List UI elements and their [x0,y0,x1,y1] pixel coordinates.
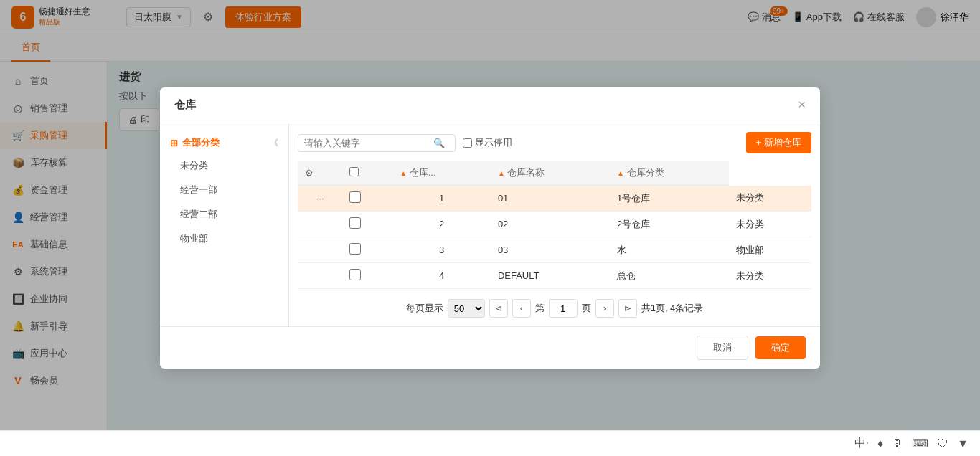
row-code: DEFAULT [491,263,610,289]
th-category[interactable]: ▲ 仓库分类 [610,161,729,186]
last-page-button[interactable]: ⊳ [618,299,637,318]
row-name: 总仓 [610,263,729,289]
table-body: ··· 1 01 1号仓库 未分类 2 02 2号仓库 未分类 [298,186,811,289]
category-panel: ⊞ 全部分类 《 未分类 经营一部 经营二部 物业部 [160,123,289,326]
table-row[interactable]: 4 DEFAULT 总仓 未分类 [298,263,811,289]
confirm-button[interactable]: 确定 [755,336,806,359]
warehouse-table: ⚙ ▲ 仓库... ▲ 仓库名称 [298,161,811,289]
diamond-icon[interactable]: ♦ [877,437,883,450]
category-item-property[interactable]: 物业部 [160,227,288,251]
prev-page-button[interactable]: ‹ [512,299,531,318]
th-checkbox [342,161,392,186]
modal-overlay: 仓库 × ⊞ 全部分类 《 未分类 经营一部 经营二部 物业部 [0,0,980,456]
th-name[interactable]: ▲ 仓库名称 [491,161,610,186]
row-code: 03 [491,237,610,263]
category-all-header[interactable]: ⊞ 全部分类 《 [160,132,288,153]
category-item-ops2[interactable]: 经营二部 [160,202,288,227]
row-code: 02 [491,212,610,237]
row-index: 3 [392,237,491,263]
row-actions[interactable]: ··· [298,186,342,212]
row-name: 1号仓库 [610,186,729,212]
search-box: 🔍 [298,134,456,152]
select-all-checkbox[interactable] [349,167,359,176]
gear-icon[interactable]: ⚙ [305,168,314,179]
row-more-icon[interactable]: ··· [316,193,324,204]
modal-close-button[interactable]: × [798,98,806,113]
table-toolbar: 🔍 显示停用 + 新增仓库 [298,132,811,153]
row-checkbox[interactable] [349,191,361,203]
row-checkbox[interactable] [349,243,361,255]
row-index: 1 [392,186,491,212]
page-label: 第 [535,302,545,315]
row-checkbox-cell [342,186,392,212]
show-disabled-checkbox[interactable] [463,138,472,148]
th-code[interactable]: ▲ 仓库... [392,161,491,186]
row-index: 2 [392,212,491,237]
row-category: 未分类 [729,263,811,289]
table-row[interactable]: 3 03 水 物业部 [298,237,811,263]
grid-icon: ⊞ [170,138,178,148]
sort-icon-code: ▲ [400,169,407,177]
modal-header: 仓库 × [160,87,820,123]
table-row[interactable]: ··· 1 01 1号仓库 未分类 [298,186,811,212]
row-name: 2号仓库 [610,212,729,237]
row-code: 01 [491,186,610,212]
row-actions[interactable] [298,263,342,289]
category-all-label: ⊞ 全部分类 [170,136,220,149]
sort-icon-category: ▲ [617,169,624,177]
category-item-ops1[interactable]: 经营一部 [160,178,288,202]
search-input[interactable] [304,138,433,148]
shield-icon[interactable]: 🛡 [937,437,948,450]
microphone-icon[interactable]: 🎙 [892,437,903,450]
chinese-input-icon[interactable]: 中· [854,436,869,451]
page-size-select[interactable]: 50 20 100 [448,299,485,318]
sort-icon-name: ▲ [498,169,505,177]
row-index: 4 [392,263,491,289]
first-page-button[interactable]: ⊲ [489,299,508,318]
warehouse-modal: 仓库 × ⊞ 全部分类 《 未分类 经营一部 经营二部 物业部 [160,87,820,369]
modal-body: ⊞ 全部分类 《 未分类 经营一部 经营二部 物业部 🔍 [160,123,820,326]
cancel-button[interactable]: 取消 [697,336,748,360]
add-warehouse-button[interactable]: + 新增仓库 [746,132,811,153]
keyboard-icon[interactable]: ⌨ [912,437,928,450]
table-panel: 🔍 显示停用 + 新增仓库 ⚙ [289,123,820,326]
row-actions[interactable] [298,237,342,263]
next-page-button[interactable]: › [595,299,614,318]
show-disabled-toggle[interactable]: 显示停用 [463,136,512,149]
page-number-input[interactable] [549,299,578,318]
modal-title: 仓库 [174,98,196,112]
row-checkbox-cell [342,263,392,289]
row-category: 未分类 [729,186,811,212]
th-gear: ⚙ [298,161,342,186]
row-actions[interactable] [298,212,342,237]
search-icon[interactable]: 🔍 [433,138,445,148]
row-category: 物业部 [729,237,811,263]
row-category: 未分类 [729,212,811,237]
row-checkbox[interactable] [349,269,361,280]
row-checkbox-cell [342,212,392,237]
pagination: 每页显示 50 20 100 ⊲ ‹ 第 页 › ⊳ 共1页, 4条记录 [298,299,811,318]
row-checkbox[interactable] [349,217,361,229]
row-name: 水 [610,237,729,263]
row-checkbox-cell [342,237,392,263]
bottom-bar: 中· ♦ 🎙 ⌨ 🛡 ▼ [0,430,980,456]
collapse-icon[interactable]: 《 [270,137,278,149]
expand-icon[interactable]: ▼ [957,437,969,450]
category-item-unclassified[interactable]: 未分类 [160,153,288,178]
table-row[interactable]: 2 02 2号仓库 未分类 [298,212,811,237]
table-header-row: ⚙ ▲ 仓库... ▲ 仓库名称 [298,161,811,186]
modal-footer: 取消 确定 [160,326,820,369]
